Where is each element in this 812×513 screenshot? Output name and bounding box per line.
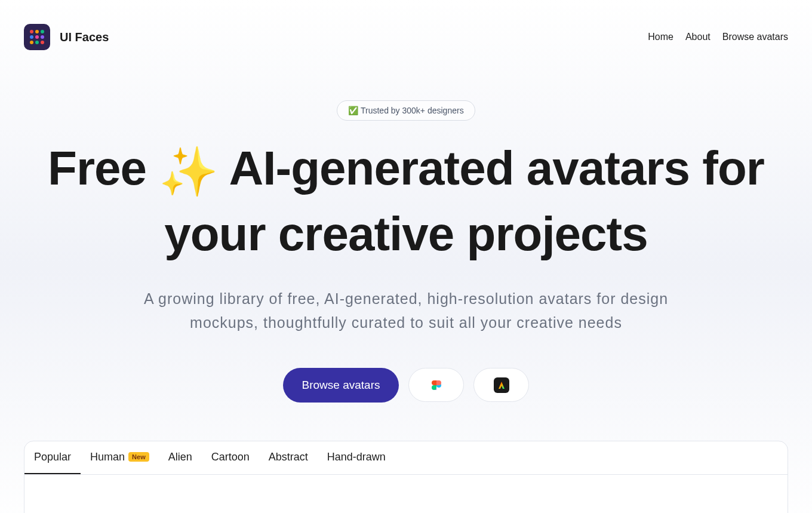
nav-link-home[interactable]: Home bbox=[648, 32, 673, 42]
tab-alien[interactable]: Alien bbox=[159, 441, 202, 474]
browse-avatars-button[interactable]: Browse avatars bbox=[283, 368, 399, 403]
figma-plugin-button[interactable] bbox=[408, 368, 464, 402]
tab-cartoon[interactable]: Cartoon bbox=[202, 441, 259, 474]
tabs: Popular Human New Alien Cartoon Abstract… bbox=[24, 441, 788, 475]
cta-row: Browse avatars bbox=[24, 368, 788, 403]
header: UI Faces Home About Browse avatars bbox=[0, 0, 812, 74]
figma-icon bbox=[429, 378, 444, 392]
hero-subtitle: A growing library of free, AI-generated,… bbox=[137, 287, 675, 334]
nav-link-about[interactable]: About bbox=[685, 32, 710, 42]
tab-content bbox=[24, 475, 788, 513]
tab-human[interactable]: Human New bbox=[81, 441, 159, 474]
logo-icon bbox=[24, 24, 50, 50]
tabs-container: Popular Human New Alien Cartoon Abstract… bbox=[24, 441, 788, 513]
nav-link-browse[interactable]: Browse avatars bbox=[722, 32, 788, 42]
logo-text: UI Faces bbox=[60, 30, 109, 44]
tab-hand-drawn[interactable]: Hand-drawn bbox=[318, 441, 395, 474]
tab-popular[interactable]: Popular bbox=[24, 441, 81, 474]
new-badge: New bbox=[128, 452, 149, 462]
main-nav: Home About Browse avatars bbox=[648, 32, 788, 42]
sparkle-icon: ✨ bbox=[159, 141, 218, 203]
logo[interactable]: UI Faces bbox=[24, 24, 109, 50]
adobe-icon bbox=[494, 377, 509, 393]
tab-abstract[interactable]: Abstract bbox=[259, 441, 318, 474]
trust-badge: ✅ Trusted by 300k+ designers bbox=[337, 100, 475, 121]
hero-section: ✅ Trusted by 300k+ designers Free ✨ AI-g… bbox=[0, 74, 812, 403]
adobe-plugin-button[interactable] bbox=[473, 368, 529, 402]
hero-title: Free ✨ AI-generated avatars for your cre… bbox=[24, 137, 788, 265]
